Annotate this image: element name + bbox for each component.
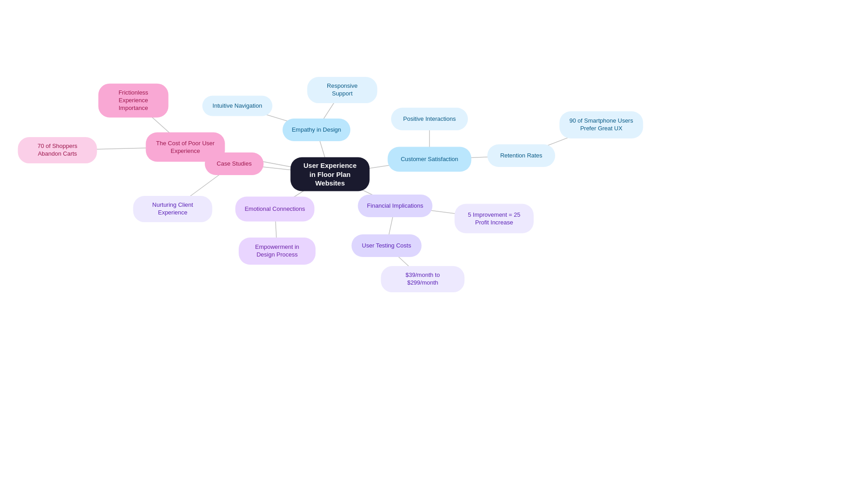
node-case-studies[interactable]: Case Studies <box>205 152 264 175</box>
node-emotional[interactable]: Emotional Connections <box>236 197 315 222</box>
node-shoppers-abandon[interactable]: 70 of Shoppers Abandon Carts <box>18 137 97 163</box>
node-retention[interactable]: Retention Rates <box>487 144 555 167</box>
node-empathy[interactable]: Empathy in Design <box>283 119 350 141</box>
node-customer-sat[interactable]: Customer Satisfaction <box>388 147 472 172</box>
node-smartphone[interactable]: 90 of Smartphone Users Prefer Great UX <box>560 111 643 138</box>
node-improvement[interactable]: 5 Improvement = 25 Profit Increase <box>455 204 534 233</box>
node-user-testing[interactable]: User Testing Costs <box>352 234 422 257</box>
node-intuitive[interactable]: Intuitive Navigation <box>203 96 273 116</box>
node-nurturing[interactable]: Nurturing Client Experience <box>133 196 212 222</box>
node-empowerment[interactable]: Empowerment in Design Process <box>239 238 316 265</box>
center-node[interactable]: User Experience in Floor Plan Websites <box>291 157 370 191</box>
node-pricing[interactable]: $39/month to $299/month <box>381 266 465 292</box>
node-financial[interactable]: Financial Implications <box>358 195 433 217</box>
node-responsive[interactable]: Responsive Support <box>307 77 377 103</box>
node-positive[interactable]: Positive Interactions <box>391 108 468 130</box>
node-frictionless[interactable]: Frictionless Experience Importance <box>99 84 169 118</box>
